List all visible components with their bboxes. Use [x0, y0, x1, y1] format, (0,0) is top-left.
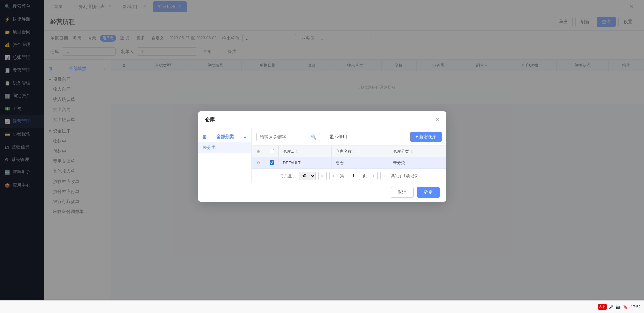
modal-total-info: 共1页, 1条记录 — [391, 173, 418, 179]
th-checkbox — [265, 146, 278, 157]
modal-per-page-select[interactable]: 50 20 100 — [299, 172, 316, 180]
modal-close-btn[interactable]: ✕ — [435, 116, 440, 123]
name-sort-icon: ⇅ — [353, 150, 356, 153]
left-panel-collapse[interactable]: « — [244, 134, 246, 140]
modal-title: 仓库 — [205, 117, 215, 123]
select-all-checkbox[interactable] — [270, 149, 274, 153]
table-gear-icon: ⚙ — [257, 149, 260, 154]
th-name: 仓库名称 ⇅ — [332, 146, 389, 157]
search-wrapper: 🔍 — [256, 133, 320, 141]
th-code: 仓库... ⇅ — [278, 146, 332, 157]
modal-page-first[interactable]: « — [318, 172, 327, 180]
row-gear: ⚙ — [252, 157, 265, 169]
modal-table: ⚙ 仓库... ⇅ 仓库名称 ⇅ — [252, 146, 446, 169]
row-select-checkbox[interactable] — [270, 160, 274, 165]
modal-toolbar: 🔍 显示停用 + 新增仓库 — [252, 128, 446, 146]
modal-page-unit: 页 — [363, 173, 367, 179]
confirm-button[interactable]: 确定 — [417, 187, 440, 198]
modal-page-next[interactable]: › — [370, 172, 378, 180]
warehouse-table: ⚙ 仓库... ⇅ 仓库名称 ⇅ — [252, 146, 446, 169]
row-category: 未分类 — [389, 157, 446, 169]
row-gear-icon: ⚙ — [257, 161, 260, 165]
th-category: 仓库分类 ⇅ — [389, 146, 446, 157]
modal-overlay: 仓库 ✕ ⊞ 全部分类 « 未分类 — [0, 0, 644, 313]
modal-left-item-unclassified[interactable]: 未分类 — [198, 142, 251, 153]
modal-page-label: 第 — [340, 173, 344, 179]
modal-page-prev[interactable]: ‹ — [329, 172, 337, 180]
row-code: DEFAULT — [278, 157, 332, 169]
modal-header: 仓库 ✕ — [198, 111, 446, 128]
modal-left-header[interactable]: ⊞ 全部分类 « — [198, 132, 251, 142]
row-name: 总仓 — [332, 157, 389, 169]
search-icon: 🔍 — [311, 134, 316, 140]
row-checkbox[interactable] — [265, 157, 278, 169]
all-category-icon: ⊞ — [203, 134, 206, 140]
modal-left-panel: ⊞ 全部分类 « 未分类 — [198, 128, 252, 183]
warehouse-modal: 仓库 ✕ ⊞ 全部分类 « 未分类 — [198, 111, 446, 202]
modal-right-panel: 🔍 显示停用 + 新增仓库 ⚙ — [252, 128, 446, 183]
modal-page-last[interactable]: » — [380, 172, 388, 180]
cancel-button[interactable]: 取消 — [391, 187, 414, 198]
th-gear: ⚙ — [252, 146, 265, 157]
show-disabled-label[interactable]: 显示停用 — [324, 134, 347, 140]
taskbar-icon-mic: 🎤 — [609, 305, 614, 309]
code-sort-icon: ⇅ — [295, 150, 298, 153]
taskbar-icons: S中 🎤 📷 🔖 — [598, 304, 628, 310]
warehouse-search-input[interactable] — [260, 134, 309, 140]
taskbar-time: 17:52 — [631, 305, 641, 309]
modal-pagination: 每页显示 50 20 100 « ‹ 第 页 › » 共1页, 1条记录 — [252, 169, 446, 183]
modal-footer: 取消 确定 — [198, 183, 446, 202]
category-sort-icon: ⇅ — [410, 150, 413, 153]
taskbar-icon-s: S中 — [598, 304, 607, 310]
table-row[interactable]: ⚙ DEFAULT 总仓 未分类 — [252, 157, 446, 169]
modal-body: ⊞ 全部分类 « 未分类 🔍 显示停用 — [198, 128, 446, 183]
modal-page-input[interactable] — [347, 172, 360, 180]
taskbar: S中 🎤 📷 🔖 17:52 — [0, 300, 644, 313]
add-warehouse-btn[interactable]: + 新增仓库 — [410, 132, 441, 142]
modal-per-page-label: 每页显示 — [280, 173, 296, 179]
all-category-label: 全部分类 — [216, 134, 234, 140]
taskbar-icon-camera: 📷 — [616, 305, 621, 309]
show-disabled-checkbox[interactable] — [324, 135, 328, 139]
taskbar-icon-bookmark: 🔖 — [623, 305, 628, 309]
